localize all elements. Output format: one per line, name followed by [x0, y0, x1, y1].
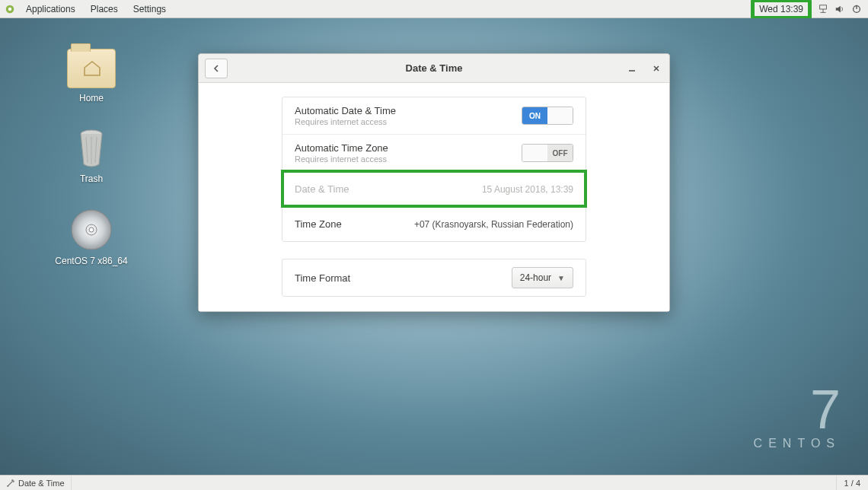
row-subtitle: Requires internet access: [295, 117, 396, 126]
settings-column: Automatic Date & Time Requires internet …: [282, 97, 586, 298]
power-icon[interactable]: [851, 4, 862, 14]
date-time-value: 15 August 2018, 13:39: [482, 184, 573, 195]
brand-number: 7: [754, 382, 841, 437]
row-time-format: Time Format 24-hour ▼: [282, 259, 586, 296]
volume-icon[interactable]: [834, 4, 845, 14]
menubar-left: Applications Places Settings: [0, 0, 174, 18]
row-date-time[interactable]: Date & Time 15 August 2018, 13:39: [282, 171, 586, 206]
svg-point-1: [8, 7, 11, 10]
brand-word: CENTOS: [754, 437, 841, 450]
desktop-icon-trash[interactable]: Trash: [53, 128, 129, 184]
toggle-off-label: OFF: [547, 145, 573, 161]
svg-marker-5: [836, 5, 841, 12]
svg-point-18: [7, 485, 8, 486]
desktop-icon-home[interactable]: Home: [53, 49, 129, 103]
menu-settings[interactable]: Settings: [126, 0, 174, 18]
row-labels: Automatic Time Zone Requires internet ac…: [295, 142, 388, 164]
back-button[interactable]: [205, 59, 228, 78]
time-zone-value: +07 (Krasnoyarsk, Russian Federation): [414, 219, 573, 230]
row-title: Time Zone: [295, 218, 342, 230]
home-folder-icon: [67, 49, 116, 88]
desktop-icon-label: Trash: [80, 173, 103, 184]
settings-dialog: Date & Time Automatic Date & Time Requir…: [198, 53, 670, 312]
time-format-value: 24-hour: [520, 272, 551, 283]
svg-rect-2: [820, 5, 827, 8]
toggle-knob: [522, 145, 547, 161]
toggle-knob: [547, 107, 573, 124]
time-format-dropdown[interactable]: 24-hour ▼: [512, 267, 573, 288]
row-title: Automatic Time Zone: [295, 142, 388, 154]
wallpaper-brand: 7 CENTOS: [754, 382, 841, 450]
row-subtitle: Requires internet access: [295, 154, 388, 164]
menu-applications[interactable]: Applications: [18, 0, 83, 18]
dialog-title: Date & Time: [199, 62, 669, 74]
auto-settings-group: Automatic Date & Time Requires internet …: [282, 97, 586, 242]
network-icon[interactable]: [818, 4, 828, 14]
row-time-zone[interactable]: Time Zone +07 (Krasnoyarsk, Russian Fede…: [282, 206, 586, 241]
close-button[interactable]: [649, 62, 663, 75]
toggle-auto-date-time[interactable]: ON: [522, 107, 573, 125]
desktop-icon-disc[interactable]: CentOS 7 x86_64: [53, 208, 129, 266]
system-tray: [812, 4, 868, 14]
row-auto-date-time: Automatic Date & Time Requires internet …: [282, 97, 586, 134]
bottom-taskbar: Date & Time 1 / 4: [0, 475, 868, 490]
trash-icon: [72, 128, 110, 169]
desktop-icons: Home Trash: [53, 49, 129, 266]
settings-icon: [6, 479, 15, 488]
svg-point-14: [89, 228, 94, 232]
time-format-group: Time Format 24-hour ▼: [282, 259, 586, 297]
desktop: Home Trash: [0, 18, 868, 475]
toggle-auto-time-zone[interactable]: OFF: [522, 144, 573, 162]
row-title: Date & Time: [295, 183, 349, 195]
clock[interactable]: Wed 13:39: [759, 4, 803, 14]
window-buttons: [625, 62, 663, 75]
desktop-icon-label: CentOS 7 x86_64: [55, 256, 127, 266]
menu-places[interactable]: Places: [83, 0, 126, 18]
row-auto-time-zone: Automatic Time Zone Requires internet ac…: [282, 134, 586, 171]
row-labels: Automatic Date & Time Requires internet …: [295, 105, 396, 126]
taskbar-app-button[interactable]: Date & Time: [0, 476, 72, 490]
desktop-icon-label: Home: [79, 93, 104, 103]
toggle-on-label: ON: [522, 107, 547, 124]
clock-highlight: Wed 13:39: [752, 0, 810, 18]
dialog-body: Automatic Date & Time Requires internet …: [199, 83, 669, 311]
minimize-button[interactable]: [625, 62, 639, 75]
row-title: Time Format: [295, 272, 350, 284]
top-menubar: Applications Places Settings Wed 13:39: [0, 0, 868, 18]
chevron-down-icon: ▼: [557, 274, 565, 282]
install-disc-icon: [70, 208, 113, 251]
dialog-titlebar: Date & Time: [199, 54, 669, 83]
taskbar-app-label: Date & Time: [18, 479, 65, 488]
distro-icon: [5, 4, 15, 14]
workspace-indicator[interactable]: 1 / 4: [836, 476, 868, 490]
row-title: Automatic Date & Time: [295, 105, 396, 116]
